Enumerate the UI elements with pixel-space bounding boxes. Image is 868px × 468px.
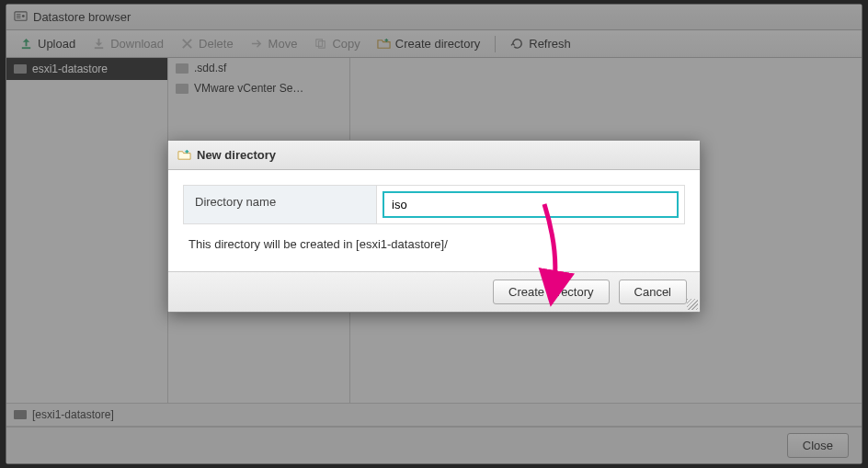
directory-name-cell bbox=[377, 186, 684, 223]
dialog-title-bar: New directory bbox=[168, 141, 700, 170]
new-directory-dialog: New directory Directory name This direct… bbox=[167, 140, 701, 313]
dialog-footer: Create directory Cancel bbox=[168, 271, 700, 312]
create-directory-confirm-button[interactable]: Create directory bbox=[493, 280, 609, 304]
resize-grip-icon[interactable] bbox=[687, 299, 698, 310]
cancel-button[interactable]: Cancel bbox=[619, 280, 687, 304]
directory-name-label: Directory name bbox=[184, 186, 377, 223]
new-folder-icon bbox=[177, 148, 191, 162]
dialog-body: Directory name This directory will be cr… bbox=[168, 170, 700, 271]
dialog-title: New directory bbox=[197, 148, 276, 162]
directory-name-row: Directory name bbox=[183, 185, 685, 224]
dialog-info-text: This directory will be created in [esxi1… bbox=[183, 224, 685, 257]
directory-name-input[interactable] bbox=[383, 191, 679, 218]
